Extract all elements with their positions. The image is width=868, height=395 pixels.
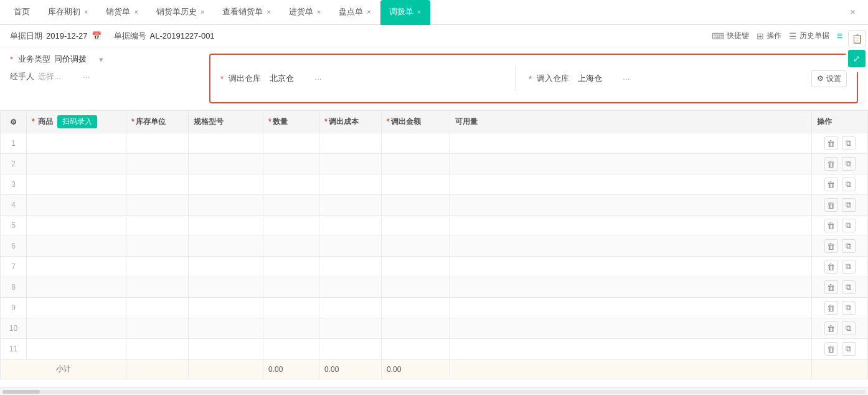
delete-button[interactable]: 🗑 bbox=[824, 178, 838, 191]
out-warehouse-value[interactable]: 北京仓 bbox=[270, 73, 307, 84]
delete-button[interactable]: 🗑 bbox=[824, 280, 838, 294]
subtotal-amount: 0.00 bbox=[382, 359, 450, 379]
close-window-button[interactable]: × bbox=[842, 0, 863, 25]
close-icon[interactable]: × bbox=[267, 8, 270, 16]
copy-button[interactable]: ⧉ bbox=[842, 280, 856, 294]
tab-transfer[interactable]: 调拨单 × bbox=[380, 0, 430, 25]
amount-cell bbox=[382, 154, 450, 174]
copy-button[interactable]: ⧉ bbox=[842, 239, 856, 253]
qty-cell bbox=[263, 318, 319, 339]
product-cell[interactable] bbox=[27, 216, 126, 236]
row-number: 1 bbox=[1, 133, 27, 154]
layout-list-btn[interactable]: ≡ bbox=[837, 31, 842, 42]
product-cell[interactable] bbox=[27, 298, 126, 318]
out-warehouse-more-icon[interactable]: ··· bbox=[314, 74, 322, 83]
product-cell[interactable] bbox=[27, 318, 126, 339]
more-options-icon[interactable]: ··· bbox=[83, 72, 90, 82]
copy-button[interactable]: ⧉ bbox=[842, 219, 856, 232]
delete-button[interactable]: 🗑 bbox=[824, 342, 838, 356]
amount-cell bbox=[382, 277, 450, 298]
settings-button[interactable]: ⚙ 设置 bbox=[811, 70, 847, 87]
tab-label: 进货单 bbox=[289, 6, 313, 17]
copy-button[interactable]: ⧉ bbox=[842, 321, 856, 335]
dropdown-arrow-icon[interactable]: ▾ bbox=[99, 55, 103, 64]
delete-button[interactable]: 🗑 bbox=[824, 157, 838, 171]
qty-cell bbox=[263, 133, 319, 154]
subtotal-row: 小计 0.00 0.00 0.00 bbox=[1, 359, 868, 379]
tab-purchase[interactable]: 进货单 × bbox=[280, 0, 330, 25]
col-cost-header: 调出成本 bbox=[319, 111, 382, 133]
tab-sales-history[interactable]: 销货单历史 × bbox=[148, 0, 214, 25]
amount-cell bbox=[382, 133, 450, 154]
unit-cell bbox=[126, 174, 189, 195]
product-cell[interactable] bbox=[27, 339, 126, 359]
spec-cell bbox=[189, 174, 263, 195]
col-unit-header: 库存单位 bbox=[126, 111, 189, 133]
handler-placeholder[interactable]: 选择... bbox=[38, 71, 75, 82]
copy-button[interactable]: ⧉ bbox=[842, 260, 856, 274]
product-cell[interactable] bbox=[27, 236, 126, 257]
scrollbar-thumb[interactable] bbox=[2, 390, 40, 394]
scan-input-button[interactable]: 扫码录入 bbox=[57, 115, 97, 128]
delete-button[interactable]: 🗑 bbox=[824, 301, 838, 315]
tab-stocktake[interactable]: 盘点单 × bbox=[330, 0, 380, 25]
sidebar-expand-button[interactable]: ⤢ bbox=[848, 50, 866, 67]
history-btn[interactable]: ☰ 历史单据 bbox=[789, 31, 829, 41]
shortcut-btn[interactable]: ⌨ 快捷键 bbox=[712, 31, 749, 41]
copy-button[interactable]: ⧉ bbox=[842, 342, 856, 356]
amount-cell bbox=[382, 298, 450, 318]
operation-btn[interactable]: ⊞ 操作 bbox=[757, 31, 781, 41]
cost-cell bbox=[319, 339, 382, 359]
form-area: * 业务类型 同价调拨 ▾ 经手人 选择... ··· * 调出仓库 北京仓 ·… bbox=[0, 47, 868, 110]
in-warehouse-more-icon[interactable]: ··· bbox=[623, 74, 630, 83]
product-cell[interactable] bbox=[27, 257, 126, 277]
delete-button[interactable]: 🗑 bbox=[824, 198, 838, 212]
copy-button[interactable]: ⧉ bbox=[842, 301, 856, 315]
product-cell[interactable] bbox=[27, 174, 126, 195]
qty-cell bbox=[263, 298, 319, 318]
close-icon[interactable]: × bbox=[200, 8, 204, 16]
close-icon[interactable]: × bbox=[84, 8, 88, 16]
copy-button[interactable]: ⧉ bbox=[842, 198, 856, 212]
row-number: 2 bbox=[1, 154, 27, 174]
business-type-value[interactable]: 同价调拨 bbox=[54, 54, 92, 65]
cost-cell bbox=[319, 195, 382, 216]
close-icon[interactable]: × bbox=[317, 8, 321, 16]
product-cell[interactable] bbox=[27, 133, 126, 154]
row-number: 9 bbox=[1, 298, 27, 318]
spec-cell bbox=[189, 298, 263, 318]
in-warehouse-value[interactable]: 上海仓 bbox=[578, 73, 615, 84]
avail-cell bbox=[450, 257, 812, 277]
col-settings[interactable]: ⚙ bbox=[1, 111, 27, 133]
avail-cell bbox=[450, 277, 812, 298]
delete-button[interactable]: 🗑 bbox=[824, 136, 838, 150]
table-row: 1 🗑 ⧉ bbox=[1, 133, 868, 154]
product-cell[interactable] bbox=[27, 277, 126, 298]
copy-button[interactable]: ⧉ bbox=[842, 157, 856, 171]
tab-sales-order[interactable]: 销货单 × bbox=[97, 0, 147, 25]
calendar-icon[interactable]: 📅 bbox=[92, 31, 101, 40]
tab-view-sales[interactable]: 查看销货单 × bbox=[214, 0, 280, 25]
product-cell[interactable] bbox=[27, 154, 126, 174]
delete-button[interactable]: 🗑 bbox=[824, 260, 838, 274]
close-icon[interactable]: × bbox=[134, 8, 138, 16]
delete-button[interactable]: 🗑 bbox=[824, 321, 838, 335]
qty-cell bbox=[263, 339, 319, 359]
date-value[interactable]: 2019-12-27 bbox=[46, 31, 88, 40]
tab-home[interactable]: 首页 bbox=[5, 0, 39, 25]
tab-inventory-initial[interactable]: 库存期初 × bbox=[39, 0, 97, 25]
close-icon[interactable]: × bbox=[417, 8, 421, 16]
close-icon[interactable]: × bbox=[367, 8, 370, 16]
horizontal-scrollbar[interactable] bbox=[0, 388, 868, 395]
amount-cell bbox=[382, 174, 450, 195]
sidebar-doc-button[interactable]: 📋 bbox=[848, 30, 866, 47]
tab-label: 销货单历史 bbox=[156, 6, 197, 17]
copy-button[interactable]: ⧉ bbox=[842, 136, 856, 150]
row-number: 10 bbox=[1, 318, 27, 339]
action-cell: 🗑 ⧉ bbox=[812, 339, 868, 359]
copy-button[interactable]: ⧉ bbox=[842, 178, 856, 191]
product-cell[interactable] bbox=[27, 195, 126, 216]
delete-button[interactable]: 🗑 bbox=[824, 239, 838, 253]
delete-button[interactable]: 🗑 bbox=[824, 219, 838, 232]
table-row: 6 🗑 ⧉ bbox=[1, 236, 868, 257]
